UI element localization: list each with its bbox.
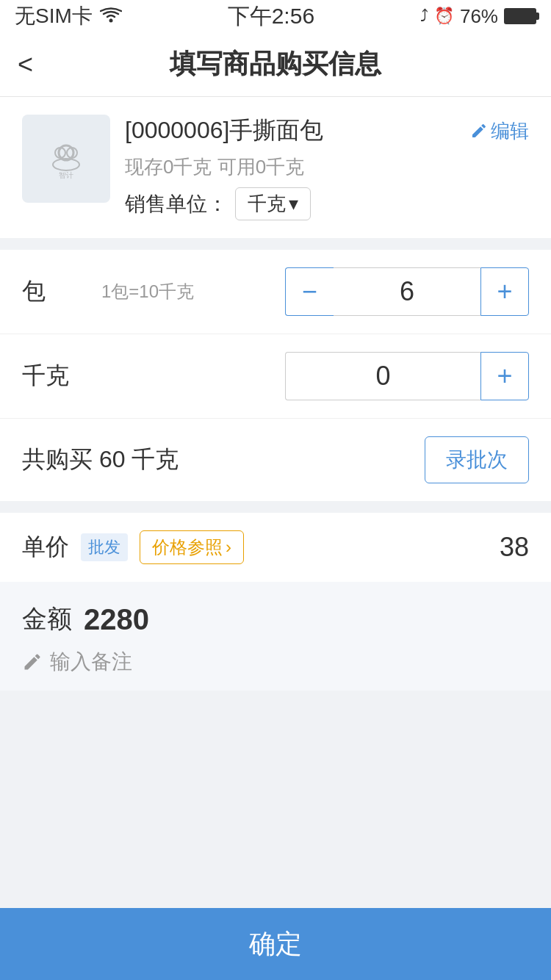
amount-row: 金额 2280 [22, 602, 529, 636]
edit-label: 编辑 [491, 118, 529, 144]
status-right: ⤴ ⏰ 76% [420, 5, 536, 28]
status-time: 下午2:56 [228, 1, 314, 32]
package-input-section: 包 1包=10千克 − + 千克 + [0, 250, 551, 419]
nav-bar: < 填写商品购买信息 [0, 32, 551, 97]
kilo-plus-button[interactable]: + [480, 352, 529, 400]
package-hint: 1包=10千克 [101, 280, 194, 303]
back-button[interactable]: < [18, 49, 33, 80]
product-info: [0000006]手撕面包 编辑 现存0千克 可用0千克 销售单位： 千克 ▾ [125, 115, 529, 220]
confirm-button[interactable]: 确定 [249, 926, 302, 962]
price-section: 单价 批发 价格参照 › 38 [0, 513, 551, 582]
svg-text:智计: 智计 [59, 171, 73, 179]
divider-1 [0, 238, 551, 250]
divider-2 [0, 501, 551, 513]
package-minus-button[interactable]: − [285, 267, 334, 316]
kilo-row: 千克 + [0, 334, 551, 419]
price-label: 单价 [22, 531, 69, 563]
kilo-label: 千克 [22, 360, 81, 392]
package-quantity-input[interactable] [334, 267, 480, 316]
product-card: 智计 [0000006]手撕面包 编辑 现存0千克 可用0千克 销售单位： 千克… [0, 97, 551, 238]
status-left: 无SIM卡 [15, 2, 122, 30]
unit-label: 销售单位： [125, 190, 228, 218]
amount-value: 2280 [84, 603, 149, 636]
carrier-text: 无SIM卡 [15, 2, 93, 30]
package-row: 包 1包=10千克 − + [0, 250, 551, 334]
summary-text: 共购买 60 千克 [22, 444, 179, 476]
package-label: 包 [22, 275, 81, 308]
page-title: 填写商品购买信息 [170, 46, 381, 82]
dropdown-icon: ▾ [289, 192, 298, 215]
product-unit-row: 销售单位： 千克 ▾ [125, 187, 529, 220]
location-icon: ⤴ [420, 7, 428, 26]
package-plus-button[interactable]: + [480, 267, 529, 316]
amount-section: 金额 2280 输入备注 [0, 582, 551, 691]
battery-text: 76% [460, 5, 498, 28]
amount-label: 金额 [22, 602, 72, 636]
wifi-icon [100, 4, 122, 28]
price-ref-text: 价格参照 [152, 536, 223, 559]
unit-value: 千克 [248, 191, 286, 217]
price-ref-arrow: › [226, 537, 231, 558]
product-thumbnail: 智计 [22, 115, 110, 203]
batch-tag: 批发 [81, 533, 128, 561]
alarm-icon: ⏰ [434, 7, 454, 26]
product-stock: 现存0千克 可用0千克 [125, 154, 529, 180]
status-bar: 无SIM卡 下午2:56 ⤴ ⏰ 76% [0, 0, 551, 32]
price-value: 38 [500, 532, 529, 563]
batch-button[interactable]: 录批次 [425, 436, 529, 483]
product-name: [0000006]手撕面包 [125, 115, 323, 147]
battery-icon [504, 8, 536, 24]
price-ref-button[interactable]: 价格参照 › [140, 530, 244, 564]
note-placeholder: 输入备注 [50, 648, 132, 676]
unit-select[interactable]: 千克 ▾ [235, 187, 311, 220]
summary-row: 共购买 60 千克 录批次 [0, 419, 551, 501]
kilo-quantity-control: + [285, 352, 529, 400]
note-icon [22, 652, 43, 672]
edit-button[interactable]: 编辑 [470, 118, 529, 144]
kilo-quantity-input[interactable] [285, 352, 480, 400]
confirm-bar[interactable]: 确定 [0, 908, 551, 980]
note-row[interactable]: 输入备注 [22, 648, 529, 676]
package-quantity-control: − + [285, 267, 529, 316]
svg-point-0 [109, 19, 112, 23]
